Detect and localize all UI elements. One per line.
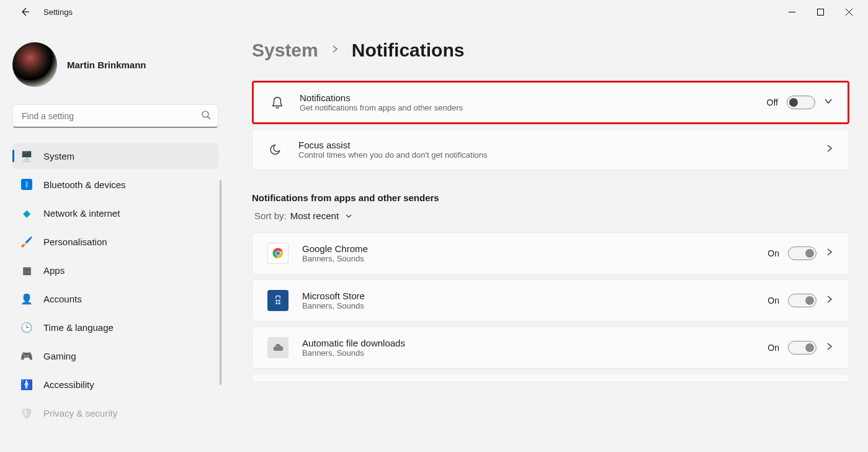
sidebar-item-label: Gaming <box>43 351 76 361</box>
breadcrumb: System Notifications <box>252 40 849 61</box>
nav-list: 🖥️System ᛒBluetooth & devices ◆Network &… <box>12 143 223 426</box>
maximize-button[interactable] <box>806 2 834 21</box>
sidebar-item-label: Time & language <box>43 322 114 333</box>
app-toggle[interactable] <box>788 294 817 307</box>
svg-rect-9 <box>276 302 278 304</box>
breadcrumb-parent[interactable]: System <box>252 40 318 61</box>
shield-icon: 🛡️ <box>21 407 32 418</box>
sort-value: Most recent <box>290 210 339 221</box>
breadcrumb-current: Notifications <box>352 40 465 61</box>
sidebar-item-label: Network & internet <box>43 208 120 219</box>
chrome-icon <box>267 243 289 264</box>
sidebar-item-label: Apps <box>43 265 65 276</box>
sidebar-item-accounts[interactable]: 👤Accounts <box>12 286 218 312</box>
app-card-store[interactable]: Microsoft Store Banners, Sounds On <box>252 279 849 322</box>
toggle-label: On <box>767 248 779 258</box>
notifications-card[interactable]: Notifications Get notifications from app… <box>252 81 849 124</box>
card-subtitle: Control times when you do and don't get … <box>298 150 812 160</box>
close-button[interactable] <box>834 2 863 21</box>
close-icon <box>846 9 852 16</box>
chevron-right-icon[interactable] <box>825 342 834 353</box>
app-card-chrome[interactable]: Google Chrome Banners, Sounds On <box>252 232 849 274</box>
chevron-down-icon[interactable] <box>824 97 833 108</box>
svg-rect-10 <box>279 302 280 304</box>
app-name: Google Chrome <box>302 243 754 254</box>
svg-rect-7 <box>276 300 278 302</box>
card-body: Microsoft Store Banners, Sounds <box>302 291 754 310</box>
toggle-label: On <box>767 296 779 305</box>
toggle-knob <box>805 296 814 305</box>
app-toggle[interactable] <box>788 341 817 355</box>
toggle-label: Off <box>767 97 778 107</box>
arrow-left-icon <box>20 7 30 17</box>
sidebar-item-label: Personalisation <box>43 237 107 247</box>
chevron-right-icon <box>331 45 339 56</box>
toggle-knob <box>805 249 814 258</box>
back-button[interactable] <box>12 2 37 21</box>
clock-icon: 🕒 <box>21 322 32 333</box>
app-name: Automatic file downloads <box>302 338 754 348</box>
toggle-label: On <box>767 343 779 353</box>
minimize-icon <box>789 9 795 16</box>
toggle-knob <box>805 343 814 352</box>
card-controls: On <box>767 294 834 307</box>
accessibility-icon: 🚹 <box>21 379 32 390</box>
sort-dropdown[interactable]: Sort by: Most recent <box>254 210 849 221</box>
sidebar-item-time[interactable]: 🕒Time & language <box>12 314 218 340</box>
sidebar-item-label: Bluetooth & devices <box>43 179 126 190</box>
person-icon: 👤 <box>21 293 32 304</box>
minimize-button[interactable] <box>777 2 806 21</box>
moon-icon <box>267 143 285 156</box>
card-controls: Off <box>767 96 833 109</box>
card-body: Google Chrome Banners, Sounds <box>302 243 754 263</box>
sidebar-item-label: Accessibility <box>43 379 94 390</box>
app-card-partial[interactable] <box>252 374 849 382</box>
sidebar-item-network[interactable]: ◆Network & internet <box>12 200 218 226</box>
sidebar-item-system[interactable]: 🖥️System <box>12 143 218 169</box>
card-body: Automatic file downloads Banners, Sounds <box>302 338 754 358</box>
sidebar-item-privacy[interactable]: 🛡️Privacy & security <box>12 400 218 426</box>
window-controls <box>777 2 863 21</box>
svg-point-1 <box>202 111 208 117</box>
app-card-downloads[interactable]: Automatic file downloads Banners, Sounds… <box>252 327 849 369</box>
card-subtitle: Get notifications from apps and other se… <box>300 103 753 112</box>
chevron-right-icon[interactable] <box>825 144 834 155</box>
sidebar-item-label: Accounts <box>43 294 82 304</box>
notifications-toggle[interactable] <box>787 96 815 109</box>
search-wrap <box>12 104 218 128</box>
title-bar: Settings <box>0 0 868 24</box>
wifi-icon: ◆ <box>21 207 32 219</box>
toggle-knob <box>789 98 798 107</box>
main-content: System Notifications Notifications Get n… <box>223 24 868 452</box>
avatar <box>12 42 57 87</box>
card-controls <box>825 144 834 155</box>
card-controls: On <box>767 246 834 260</box>
sidebar-item-accessibility[interactable]: 🚹Accessibility <box>12 371 218 397</box>
gamepad-icon: 🎮 <box>21 350 32 361</box>
app-toggle[interactable] <box>788 246 817 260</box>
apps-icon: ▦ <box>21 264 32 276</box>
sidebar-item-apps[interactable]: ▦Apps <box>12 257 218 283</box>
bell-icon <box>269 96 286 109</box>
search-input[interactable] <box>12 104 218 128</box>
card-body: Focus assist Control times when you do a… <box>298 140 812 160</box>
svg-rect-8 <box>279 300 280 302</box>
store-icon <box>267 290 289 311</box>
sidebar-item-gaming[interactable]: 🎮Gaming <box>12 343 218 369</box>
brush-icon: 🖌️ <box>21 236 32 247</box>
app-name: Microsoft Store <box>302 291 754 301</box>
sidebar-item-label: System <box>43 151 74 161</box>
svg-rect-0 <box>817 9 823 15</box>
chevron-right-icon[interactable] <box>825 248 834 259</box>
sidebar-item-bluetooth[interactable]: ᛒBluetooth & devices <box>12 171 218 197</box>
chevron-down-icon <box>345 212 352 220</box>
app-title: Settings <box>43 7 73 17</box>
sidebar-scrollbar[interactable] <box>220 180 221 385</box>
chevron-right-icon[interactable] <box>825 295 834 306</box>
sidebar-item-personalisation[interactable]: 🖌️Personalisation <box>12 228 218 255</box>
profile-block[interactable]: Martin Brinkmann <box>12 42 223 87</box>
app-sub: Banners, Sounds <box>302 348 754 358</box>
focus-assist-card[interactable]: Focus assist Control times when you do a… <box>252 129 849 170</box>
card-title: Notifications <box>300 93 753 103</box>
app-sub: Banners, Sounds <box>302 301 754 310</box>
